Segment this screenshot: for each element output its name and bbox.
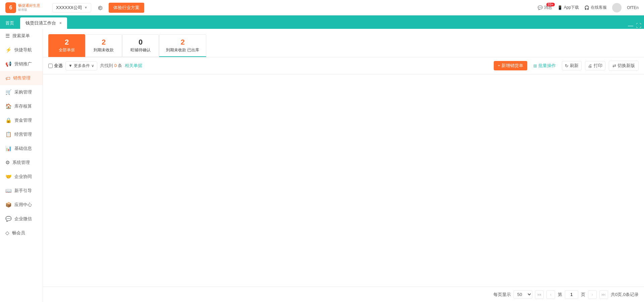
tab-close-icon[interactable]: × [59, 21, 62, 25]
summary-label-shipped: 到期未收款 已出库 [166, 47, 199, 53]
summary-count-wangwang: 0 [129, 38, 152, 47]
app-download-button[interactable]: 📱 App下载 [557, 5, 579, 10]
search-icon: ☰ [5, 33, 10, 39]
summary-count-shipped: 2 [166, 38, 199, 47]
logo-icon: 6 [5, 2, 16, 13]
switch-version-button[interactable]: ⇄ 切换新版 [609, 61, 639, 71]
switch-icon: ⇄ [612, 63, 616, 68]
sidebar-label: 资金管理 [14, 117, 32, 123]
sidebar-item-inventory[interactable]: 🏠 库存核算 [0, 99, 43, 113]
sidebar: ☰ 搜索菜单 ⚡ 快捷导航 📢 营销推广 🏷 销售管理 🛒 采购管理 🏠 库存核… [0, 29, 43, 302]
sidebar-item-wechat[interactable]: 💬 企业微信 [0, 212, 43, 226]
sidebar-label: 库存核算 [14, 103, 32, 109]
quick-icon: ⚡ [5, 47, 12, 53]
toolbar: 全选 ▼ 更多条件 ∨ 共找到 0 条 相关单据 + 新增销货单 ⊞ 批 [43, 57, 644, 74]
table-area [43, 74, 644, 287]
summary-tab-overdue[interactable]: 2 到期未收款 [85, 34, 122, 57]
page-label: 页 [581, 292, 585, 298]
summary-label-all: 全部单据 [55, 47, 78, 53]
sidebar-item-app-center[interactable]: 📦 应用中心 [0, 198, 43, 212]
company-selector[interactable]: XXXXXX公司 ▼ [52, 3, 91, 12]
sidebar-item-operation[interactable]: 📋 经营管理 [0, 127, 43, 141]
sales-icon: 🏷 [5, 75, 10, 81]
trial-button[interactable]: 体验行业方案 [109, 3, 144, 13]
sidebar-item-basic-info[interactable]: 📊 基础信息 [0, 141, 43, 156]
sidebar-label: 应用中心 [14, 202, 32, 208]
summary-count-overdue: 2 [92, 38, 115, 47]
select-all-input[interactable] [48, 64, 53, 68]
tab-expand-button[interactable]: ⛶ [636, 23, 641, 29]
first-page-button[interactable]: ⏮ [535, 290, 544, 299]
refresh-button[interactable]: ↻ 刷新 [562, 61, 582, 70]
sidebar-label: 畅会员 [12, 230, 25, 236]
marketing-icon: 📢 [5, 61, 12, 67]
more-filter-button[interactable]: ▼ 更多条件 ∨ [65, 61, 97, 70]
chevron-down-icon: ∨ [91, 63, 94, 68]
header-left: 6 畅捷通好生意 标准版 XXXXXX公司 ▼ 体验行业方案 [5, 2, 144, 13]
avatar[interactable] [612, 3, 622, 12]
refresh-icon: ↻ [565, 63, 569, 68]
page-number-input[interactable]: 1 [565, 290, 578, 299]
summary-tab-overdue-shipped[interactable]: 2 到期未收款 已出库 [159, 34, 206, 57]
logo-text: 畅捷通好生意 [18, 3, 40, 8]
tab-home[interactable]: 首页 [0, 17, 19, 29]
batch-operation-button[interactable]: ⊞ 批量操作 [531, 61, 558, 70]
logo-badge: 标准版 [18, 8, 40, 12]
last-page-button[interactable]: ⏭ [599, 290, 608, 299]
per-page-select[interactable]: 50 100 200 [514, 290, 532, 299]
tab-minimize-button[interactable]: — [628, 23, 633, 29]
company-name: XXXXXX公司 [56, 5, 82, 11]
print-icon: 🖨 [588, 63, 592, 68]
sidebar-label: 新手引导 [14, 188, 32, 194]
sidebar-item-sales[interactable]: 🏷 销售管理 [0, 71, 43, 85]
system-icon: ⚙ [5, 160, 10, 166]
purchase-icon: 🛒 [5, 89, 12, 95]
per-page-label: 每页显示 [493, 292, 511, 298]
sidebar-item-marketing[interactable]: 📢 营销推广 [0, 57, 43, 71]
related-link[interactable]: 相关单据 [125, 63, 142, 69]
next-page-button[interactable]: › [588, 290, 597, 299]
sidebar-label: 采购管理 [14, 89, 32, 95]
new-sale-order-button[interactable]: + 新增销货单 [494, 61, 527, 70]
summary-tab-all[interactable]: 2 全部单据 [48, 34, 85, 57]
found-text: 共找到 0 条 [100, 63, 122, 69]
summary-tab-wangwang[interactable]: 0 旺辅待确认 [122, 34, 159, 57]
sidebar-label: 销售管理 [13, 75, 31, 81]
sidebar-item-finance[interactable]: 🔒 资金管理 [0, 113, 43, 127]
inventory-icon: 🏠 [5, 103, 12, 109]
sidebar-item-member[interactable]: ◇ 畅会员 [0, 226, 43, 240]
headset-icon: 🎧 [584, 5, 589, 10]
finance-icon: 🔒 [5, 117, 12, 123]
sidebar-label: 搜索菜单 [12, 33, 30, 39]
prev-page-button[interactable]: ‹ [546, 290, 555, 299]
filter-icon: ▼ [68, 63, 72, 68]
select-all-checkbox[interactable]: 全选 [48, 63, 63, 69]
wechat-icon: 💬 [5, 216, 12, 222]
message-button[interactable]: 💬 消息 99+ [538, 5, 552, 10]
header-right: 💬 消息 99+ 📱 App下载 🎧 在线客服 OfTEn [538, 3, 639, 12]
online-service-button[interactable]: 🎧 在线客服 [584, 5, 607, 10]
toolbar-right: + 新增销货单 ⊞ 批量操作 ↻ 刷新 🖨 打印 ⇄ 切换新版 [494, 61, 639, 71]
total-records: 共0页,0条记录 [611, 292, 639, 298]
found-count: 0 [114, 63, 117, 68]
sidebar-label: 经营管理 [14, 131, 32, 137]
sidebar-item-quick-nav[interactable]: ⚡ 快捷导航 [0, 43, 43, 57]
beginner-icon: 📖 [5, 188, 12, 194]
content-area: 2 全部单据 2 到期未收款 0 旺辅待确认 2 到期未收款 已出库 全选 [43, 29, 644, 302]
operation-icon: 📋 [5, 131, 12, 137]
sidebar-item-purchase[interactable]: 🛒 采购管理 [0, 85, 43, 99]
sidebar-label: 快捷导航 [14, 47, 32, 53]
sidebar-item-search-menu[interactable]: ☰ 搜索菜单 [0, 29, 43, 43]
tabs-bar: 首页 钱货日清工作台 × — ⛶ [0, 15, 644, 29]
print-button[interactable]: 🖨 打印 [585, 61, 605, 70]
toolbar-left: 全选 ▼ 更多条件 ∨ 共找到 0 条 相关单据 [48, 61, 490, 70]
avatar-name: OfTEn [627, 5, 639, 10]
sidebar-item-system[interactable]: ⚙ 系统管理 [0, 156, 43, 170]
settings-button[interactable] [95, 3, 105, 12]
summary-tabs: 2 全部单据 2 到期未收款 0 旺辅待确认 2 到期未收款 已出库 [43, 29, 644, 57]
summary-label-overdue: 到期未收款 [92, 47, 115, 53]
sidebar-item-enterprise[interactable]: 🤝 企业协同 [0, 170, 43, 184]
pagination: 每页显示 50 100 200 ⏮ ‹ 第 1 页 › ⏭ 共0页,0条记录 [43, 287, 644, 302]
sidebar-item-beginner[interactable]: 📖 新手引导 [0, 184, 43, 198]
tab-active[interactable]: 钱货日清工作台 × [20, 17, 67, 29]
